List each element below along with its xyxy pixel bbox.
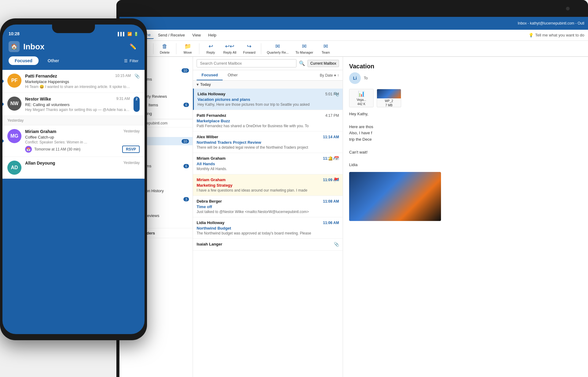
phone-inbox-title: 🏠 Inbox (9, 41, 44, 52)
title-bar: ↺ ← ▾ Inbox - kathyt@lucernepubintl.com … (119, 17, 588, 30)
phone-status-right: ▌▌▌ 📶 🔋 (118, 32, 138, 36)
phone-email-1-header: Patti Fernandez 10:15 AM (25, 74, 131, 78)
lightbulb-icon: 💡 (529, 33, 533, 37)
phone-preview-2: Hey Megan! Thanks again for setting this… (25, 108, 130, 112)
ribbon-divider-4 (261, 43, 261, 54)
phone-tab-focused[interactable]: Focused (9, 56, 39, 65)
title-bar-title: Inbox - kathyt@lucernepubintl.com - Outl (518, 21, 584, 25)
phone-compose-button[interactable]: ✏️ (127, 41, 138, 52)
folder-deleted-count: 6 (183, 164, 189, 168)
email-item-3[interactable]: Alex Wilber 11:14 AM Northwind Traders P… (193, 131, 343, 153)
team-button[interactable]: ✉ Team (318, 42, 334, 55)
reply-all-label: Reply All (223, 51, 236, 54)
calendar-icon-small: 📅 (334, 156, 339, 161)
search-input[interactable] (197, 59, 296, 67)
email-4-preview: Monthly All Hands. (197, 167, 339, 171)
email-item-5[interactable]: Miriam Graham 11:09 AM Marketing Strateg… (193, 174, 343, 196)
folder-inbox-count: 10 (182, 139, 189, 143)
to-manager-button[interactable]: ✉ To Manager (293, 42, 316, 55)
body-line3: Also, I have f (349, 130, 582, 136)
main-layout: ▾ Favorites ✉ Inbox 10 ➤ Sent Items ✏ Dr… (119, 57, 588, 377)
email-5-preview: I have a few questions and ideas around … (197, 188, 339, 192)
reading-pane: Vacation Li To 📊 Vega... 442 K (343, 57, 588, 377)
phone-time-2: 9:31 AM (116, 97, 130, 101)
menu-help[interactable]: Help (205, 32, 220, 39)
email-6-sender: Debra Berger (197, 199, 222, 204)
phone-avatar-3: MG (7, 129, 21, 143)
phone-avatar-1: PF (7, 74, 21, 88)
phone-email-2-header: Nestor Wilke 9:31 AM (25, 97, 130, 101)
body-line1: Hey Kathy, (349, 111, 582, 117)
tablet-frame: ↺ ← ▾ Inbox - kathyt@lucernepubintl.com … (116, 0, 588, 377)
move-label: Move (184, 51, 192, 54)
email-6-preview: Just talked to @Nestor Wilke <mailto:Nes… (197, 210, 339, 214)
phone-email-4[interactable]: AD Allan Deyoung Yesterday (2, 157, 145, 179)
tab-focused[interactable]: Focused (197, 70, 223, 80)
email-8-sender: Isaiah Langer (197, 242, 222, 246)
phone-sender-1: Patti Fernandez (25, 74, 57, 78)
email-2-preview: Patti Fernandez has shared a OneDrive fo… (197, 124, 339, 128)
email-1-sender: Lidia Holloway (198, 92, 225, 96)
phone-email-3-header: Miriam Graham Yesterday (25, 129, 140, 134)
email-item-8[interactable]: Isaiah Langer 📎 (193, 239, 343, 251)
email-item-6[interactable]: Debra Berger 11:08 AM Time off Just talk… (193, 196, 343, 217)
phone-tab-other[interactable]: Other (42, 56, 65, 65)
phone-email-1-content: Patti Fernandez 10:15 AM Marketplace Hap… (25, 74, 131, 89)
phone-email-3[interactable]: MG Miriam Graham Yesterday Coffee Catch-… (2, 125, 145, 157)
phone-subject-2: RE: Calling all volunteers (25, 102, 130, 107)
forward-icon: ↪ (247, 43, 251, 50)
unread-dot-3 (2, 139, 4, 143)
phone-home-icon: 🏠 (9, 41, 20, 52)
tab-group: Focused Other (197, 70, 243, 80)
unread-dot-2 (2, 103, 4, 106)
reply-button[interactable]: ↩ Reply (202, 42, 219, 55)
email-item-1[interactable]: Lidia Holloway 5:01 PM Vacation pictures… (193, 89, 343, 110)
email-5-sender: Miriam Graham (197, 177, 226, 182)
phone-email-2[interactable]: NW Nestor Wilke 9:31 AM RE: Calling all … (2, 93, 145, 116)
rsvp-button[interactable]: RSVP (122, 146, 140, 153)
reply-all-button[interactable]: ↩↩ Reply All (221, 42, 239, 55)
focused-tabs-bar: Focused Other By Date ▾ ↑ (193, 70, 343, 81)
quarterly-label: Quarterly Re... (267, 51, 289, 54)
phone-screen: 10:28 ▌▌▌ 📶 🔋 🏠 Inbox ✏️ Focused Other ☰ (2, 25, 145, 334)
to-manager-label: To Manager (296, 51, 313, 54)
email-3-subject: Northwind Traders Project Review (197, 140, 339, 145)
forward-button[interactable]: ↪ Forward (241, 42, 258, 55)
sort-control[interactable]: By Date ▾ ↑ (320, 73, 339, 78)
ppt-icon: 📊 (358, 90, 365, 97)
attachment-icon-1: 📎 (334, 92, 339, 97)
email-list-pane: 🔍 Current Mailbox Focused Other By Date … (193, 57, 343, 377)
filter-icon: ☰ (124, 59, 128, 63)
email-item-4[interactable]: Miriam Graham 11:10 AM All Hands Monthly… (193, 153, 343, 174)
outlook-app: ↺ ← ▾ Inbox - kathyt@lucernepubintl.com … (119, 17, 588, 377)
attachment-2[interactable]: WP_2 7 MB (377, 89, 401, 107)
quarterly-icon: ✉ (275, 43, 280, 50)
menu-view[interactable]: View (189, 32, 204, 39)
search-button[interactable]: 🔍 (299, 60, 305, 66)
email-item-7[interactable]: Lidia Holloway 11:06 AM Northwind Budget… (193, 217, 343, 239)
phone-email-1[interactable]: PF Patti Fernandez 10:15 AM Marketplace … (2, 70, 145, 93)
sort-order-icon: ↑ (337, 73, 339, 78)
phone-subject-3: Coffee Catch-up (25, 135, 140, 139)
email-6-time: 11:08 AM (323, 199, 339, 204)
menu-search-area: 💡 Tell me what you want to do (529, 33, 584, 37)
email-item-2[interactable]: Patti Fernandez 4:17 PM Marketplace Buzz… (193, 110, 343, 131)
search-bar: 🔍 Current Mailbox (193, 57, 343, 70)
email-1-subject: Vacation pictures and plans (198, 97, 339, 102)
move-button[interactable]: 📁 Move (179, 42, 196, 55)
phone-email-4-content: Allan Deyoung Yesterday (25, 161, 140, 175)
delete-button[interactable]: 🗑 Delete (156, 42, 173, 55)
reply-all-icon: ↩↩ (225, 43, 234, 50)
phone-sender-3: Miriam Graham (25, 129, 56, 134)
menu-send-receive[interactable]: Send / Receive (155, 32, 188, 39)
attachment-1-name: Vega... (356, 98, 366, 101)
menu-search-text[interactable]: Tell me what you want to do (535, 33, 584, 37)
phone-filter-button[interactable]: ☰ Filter (124, 59, 138, 63)
tab-other[interactable]: Other (223, 70, 243, 80)
phone-cal-icon: 📅 (25, 146, 32, 153)
ribbon-divider-3 (199, 43, 199, 54)
search-scope[interactable]: Current Mailbox (307, 60, 339, 67)
quarterly-button[interactable]: ✉ Quarterly Re... (264, 42, 291, 55)
attachment-1[interactable]: 📊 Vega... 442 K (349, 89, 374, 107)
email-1-preview: Hey Kathy, Here are those pictures from … (198, 102, 339, 107)
